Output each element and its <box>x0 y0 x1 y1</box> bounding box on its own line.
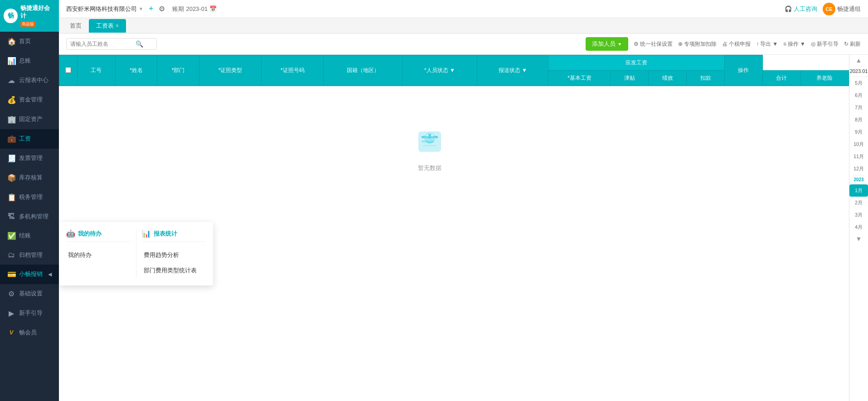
refresh-label: 刷新 <box>850 40 861 48</box>
sidebar-item-salary-label: 工资 <box>19 135 31 143</box>
month-year-display: 2023.01 <box>849 66 868 77</box>
personnel-status-filter-icon[interactable]: ▼ <box>450 67 455 73</box>
popup-report-title: 📊 报表统计 <box>142 229 206 242</box>
company-selector[interactable]: 西安虾米网络科技有限公司 ▼ <box>66 5 143 13</box>
tab-salary-table[interactable]: 工资表 × <box>89 19 126 33</box>
calendar-icon: 📅 <box>209 5 217 12</box>
sidebar-item-tax[interactable]: 📋 税务管理 <box>0 188 59 207</box>
refresh-button[interactable]: ↻ 刷新 <box>844 40 861 48</box>
tab-home-label: 首页 <box>70 22 82 30</box>
sidebar-item-assets-label: 固定资产 <box>19 115 43 123</box>
month-sidebar: ▲ 2023.01 5月 6月 7月 8月 9月 10月 11月 12月 202… <box>849 55 868 401</box>
sidebar-item-assets[interactable]: 🏢 固定资产 <box>0 110 59 129</box>
sidebar-item-inventory[interactable]: 📦 库存核算 <box>0 168 59 188</box>
month-prev-icon[interactable]: ▲ <box>854 55 864 66</box>
export-icon: ↑ <box>756 41 759 47</box>
tax-declare-label: 个税申报 <box>729 40 751 48</box>
user-button[interactable]: CE 畅捷通组 <box>823 3 861 15</box>
month-item-7[interactable]: 7月 <box>849 101 868 114</box>
sidebar-item-cloud-label: 云报表中心 <box>19 76 48 84</box>
company-settings-icon[interactable]: ⚙ <box>159 5 165 13</box>
sidebar-item-invoice-label: 发票管理 <box>19 154 43 162</box>
pension-header: 养老险 <box>800 71 849 86</box>
sidebar-item-cloud-report[interactable]: ☁ 云报表中心 <box>0 71 59 90</box>
invoice-icon: 🧾 <box>7 154 15 163</box>
sidebar-item-guide[interactable]: ▶ 新手引导 <box>0 304 59 323</box>
popup-expense-trend-item[interactable]: 费用趋势分析 <box>142 247 206 263</box>
period-value: 2023-01 <box>186 5 208 12</box>
month-item-8[interactable]: 8月 <box>849 114 868 126</box>
month-item-12[interactable]: 12月 <box>849 163 868 175</box>
month-item-9[interactable]: 9月 <box>849 126 868 138</box>
month-item-10[interactable]: 10月 <box>849 138 868 150</box>
empty-state-text: 暂无数据 <box>418 164 441 172</box>
logo-text-area: 畅捷通好会计 商超版 <box>20 5 55 27</box>
popup-todo-item[interactable]: 我的待办 <box>66 247 131 263</box>
add-company-button[interactable]: + <box>149 4 154 14</box>
popup-col-todo: 🤖 我的待办 我的待办 <box>66 229 131 278</box>
sidebar-item-archive[interactable]: 🗂 归档管理 <box>0 246 59 265</box>
month-item-1-current[interactable]: 1月 <box>849 184 868 197</box>
user-avatar: CE <box>823 3 835 15</box>
operations-button[interactable]: ≡ 操作 ▼ <box>783 40 805 48</box>
tax-declare-button[interactable]: 🖨 个税申报 <box>722 40 751 48</box>
sidebar-item-settle-label: 结账 <box>19 232 31 240</box>
sidebar-item-expense-label: 小畅报销 <box>19 270 43 278</box>
svg-point-6 <box>431 135 433 136</box>
personnel-status-header: *人员状态 ▼ <box>402 55 477 86</box>
social-security-button[interactable]: ⚙ 统一社保设置 <box>634 40 673 48</box>
month-next-icon[interactable]: ▼ <box>854 233 864 244</box>
checkbox-column-header[interactable] <box>59 55 78 86</box>
sidebar-item-invoice[interactable]: 🧾 发票管理 <box>0 149 59 168</box>
sidebar: 畅 畅捷通好会计 商超版 🏠 首页 📊 总账 ☁ 云报表中心 💰 资金管理 🏢 … <box>0 0 59 401</box>
sidebar-item-settle[interactable]: ✅ 结账 <box>0 226 59 246</box>
expense-icon: 💳 <box>7 270 15 279</box>
toolbar-actions: 添加人员 ▼ ⚙ 统一社保设置 ⊕ 专项附加扣除 🖨 个税申报 ↑ 导出 <box>586 37 861 51</box>
performance-header: 绩效 <box>649 71 687 86</box>
assets-icon: 🏢 <box>7 115 15 124</box>
app-badge: 商超版 <box>20 21 35 27</box>
support-button[interactable]: 🎧 人工咨询 <box>785 5 817 13</box>
search-box[interactable]: 🔍 <box>66 38 157 50</box>
report-status-header: 报送状态 ▼ <box>477 55 548 86</box>
month-item-5[interactable]: 5月 <box>849 77 868 89</box>
search-input[interactable] <box>70 41 134 47</box>
month-item-4[interactable]: 4月 <box>849 221 868 233</box>
add-employee-button[interactable]: 添加人员 ▼ <box>586 37 628 51</box>
sidebar-item-expense[interactable]: 💳 小畅报销 ◀ <box>0 265 59 284</box>
tab-home[interactable]: 首页 <box>63 19 89 33</box>
period-selector[interactable]: 账期 2023-01 📅 <box>172 5 217 13</box>
support-label: 人工咨询 <box>794 5 817 13</box>
month-item-3[interactable]: 3月 <box>849 209 868 221</box>
add-dropdown-icon: ▼ <box>617 42 622 47</box>
report-status-filter-icon[interactable]: ▼ <box>522 67 527 73</box>
sidebar-item-base-settings[interactable]: ⚙ 基础设置 <box>0 284 59 304</box>
sidebar-item-archive-label: 归档管理 <box>19 251 43 259</box>
tab-close-icon[interactable]: × <box>116 23 119 29</box>
sidebar-item-multi-org[interactable]: 🏗 多机构管理 <box>0 207 59 226</box>
total-header: 合计 <box>762 71 800 86</box>
svg-rect-7 <box>423 145 436 146</box>
month-item-2[interactable]: 2月 <box>849 197 868 209</box>
month-item-6[interactable]: 6月 <box>849 89 868 101</box>
special-deduct-icon: ⊕ <box>678 41 683 47</box>
select-all-checkbox[interactable] <box>65 67 71 73</box>
id-type-header: *证照类型 <box>199 55 261 86</box>
deduction-header: 扣款 <box>687 71 725 86</box>
new-guide-button[interactable]: ◎ 新手引导 <box>811 40 839 48</box>
export-button[interactable]: ↑ 导出 ▼ <box>756 40 778 48</box>
sidebar-item-base-settings-label: 基础设置 <box>19 290 43 298</box>
sidebar-item-funds-label: 资金管理 <box>19 96 43 104</box>
period-label: 账期 <box>172 5 184 13</box>
logo-icon: 畅 <box>4 9 18 23</box>
sidebar-item-home[interactable]: 🏠 首页 <box>0 32 59 51</box>
month-item-11[interactable]: 11月 <box>849 150 868 163</box>
special-deduct-button[interactable]: ⊕ 专项附加扣除 <box>678 40 717 48</box>
popup-dept-expense-item[interactable]: 部门费用类型统计表 <box>142 263 206 278</box>
archive-icon: 🗂 <box>7 251 15 259</box>
topbar: 西安虾米网络科技有限公司 ▼ + ⚙ 账期 2023-01 📅 🎧 人工咨询 C… <box>59 0 868 18</box>
sidebar-item-ledger[interactable]: 📊 总账 <box>0 51 59 71</box>
sidebar-item-funds[interactable]: 💰 资金管理 <box>0 90 59 110</box>
sidebar-item-salary[interactable]: 💼 工资 <box>0 129 59 149</box>
sidebar-item-membership[interactable]: V 畅会员 <box>0 323 59 342</box>
